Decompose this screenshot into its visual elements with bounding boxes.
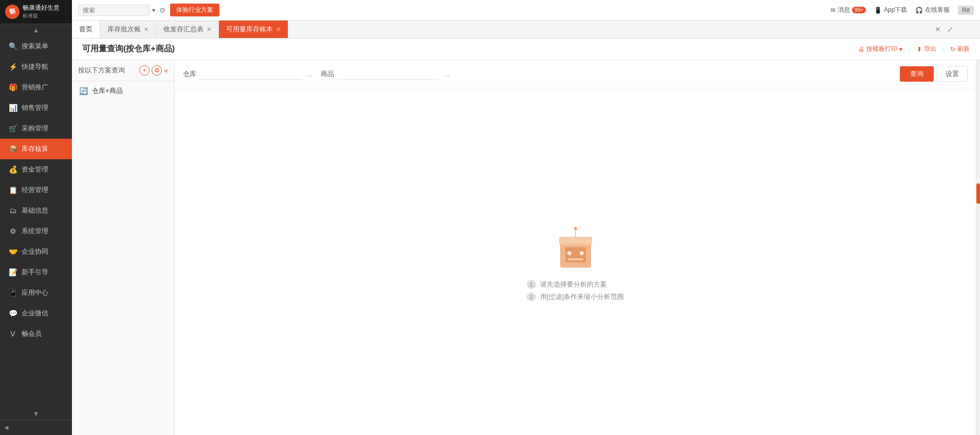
sidebar-icon-quick-nav: ⚡ [8,63,17,71]
sidebar-item-app-center[interactable]: 📱应用中心 [0,282,72,303]
message-icon: ✉ [830,7,836,14]
sidebar-item-finance[interactable]: 💰资金管理 [0,159,72,180]
sidebar-item-marketing[interactable]: 🎁营销推广 [0,77,72,98]
print-template-label: 按模板打印 [866,45,897,53]
tab-available-label: 可用量库存账本 [226,25,273,34]
topbar-search-area: ▾ [78,5,155,16]
export-label: 导出 [924,45,936,53]
app-download-btn[interactable]: 📱 App下载 [874,6,907,14]
tabs-bar: 首页 库存批次账 ✕ 收发存汇总表 ✕ 可用量库存账本 ✕ ✕ ⤢ [72,21,980,39]
sidebar-label-sales: 销售管理 [22,103,48,112]
tab-home-label: 首页 [79,25,93,34]
scrollbar-thumb[interactable] [976,183,980,204]
message-label: 消息 [838,6,850,14]
tip-num-2: 2 [527,292,536,301]
page-header-actions: 🖨 按模板打印 ▾ | ⬆ 导出 | ↻ 刷新 [858,45,970,53]
sidebar-icon-app-center: 📱 [8,289,17,297]
left-panel: 按以下方案查询 + ⚙ « 🔄 仓库+商品 [72,60,175,435]
sidebar-icon-member: V [8,330,17,338]
sidebar-icon-system: ⚙ [8,227,17,235]
left-panel-title: 按以下方案查询 [78,66,125,75]
sidebar-item-inventory[interactable]: 📦库存核算 [0,139,72,159]
sidebar-label-search: 搜索菜单 [22,42,48,51]
left-panel-action-btns: + ⚙ « [139,65,168,75]
sidebar-brand: 畅康通好生意 标准版 [23,4,60,20]
tab-available-close-icon[interactable]: ✕ [276,26,281,33]
warehouse-label: 仓库 [183,69,196,79]
message-btn[interactable]: ✉ 消息 99+ [830,6,866,14]
sidebar-icon-marketing: 🎁 [8,83,17,91]
tip-text-2: 用[过滤]条件来缩小分析范围 [540,292,624,301]
product-filter: 商品 … [321,69,450,80]
product-label: 商品 [321,69,334,79]
svg-point-4 [580,251,584,255]
scheme-settings-btn[interactable]: ⚙ [152,65,162,75]
sidebar-title: 畅康通好生意 [23,4,60,12]
sidebar-icon-finance: 💰 [8,165,17,174]
filter-settings-btn[interactable]: 设置 [937,66,968,82]
sidebar-item-enterprise[interactable]: 🤝企业协同 [0,241,72,262]
product-more-btn[interactable]: … [443,70,450,78]
sidebar-label-app-center: 应用中心 [22,288,48,297]
sidebar-scroll-down[interactable]: ▼ [0,408,72,420]
collapse-panel-btn[interactable]: « [164,65,168,75]
online-support-btn[interactable]: 🎧 在线客服 [915,6,950,14]
sidebar-item-sales[interactable]: 📊销售管理 [0,98,72,118]
sidebar-label-member: 畅会员 [22,329,42,338]
sidebar-label-operations: 经营管理 [22,185,48,195]
sidebar-item-basic-info[interactable]: 🗂基础信息 [0,200,72,221]
tab-receipts-summary[interactable]: 收发存汇总表 ✕ [156,21,219,38]
close-tab-btn[interactable]: ✕ [933,23,943,35]
app-download-label: App下载 [884,6,907,14]
export-btn[interactable]: ⬆ 导出 [917,45,936,53]
sidebar-item-search[interactable]: 🔍搜索菜单 [0,36,72,56]
empty-illustration [550,222,601,274]
refresh-btn[interactable]: ↻ 刷新 [950,45,970,53]
expand-tab-btn[interactable]: ⤢ [945,23,955,35]
sidebar-label-enterprise: 企业协同 [22,247,48,256]
sidebar-item-new-guide[interactable]: 📝新手引导 [0,262,72,282]
sidebar-icon-new-guide: 📝 [8,268,17,276]
sidebar-item-system[interactable]: ⚙系统管理 [0,221,72,241]
user-name: Rit [962,7,970,14]
sidebar-label-purchase: 采购管理 [22,124,48,133]
print-template-btn[interactable]: 🖨 按模板打印 ▾ [858,45,902,53]
sidebar-item-operations[interactable]: 📋经营管理 [0,180,72,200]
print-chevron-icon: ▾ [899,46,902,53]
tab-available-inventory[interactable]: 可用量库存账本 ✕ [219,21,288,38]
user-avatar[interactable]: Rit [958,6,974,15]
trial-btn[interactable]: 体验行业方案 [170,4,219,16]
warehouse-filter: 仓库 … [183,69,312,80]
add-scheme-btn[interactable]: + [139,65,150,75]
tab-batch-close-icon[interactable]: ✕ [144,26,149,33]
online-support-label: 在线客服 [925,6,950,14]
sidebar-item-purchase[interactable]: 🛒采购管理 [0,118,72,139]
divider1: | [909,45,910,53]
page-title: 可用量查询(按仓库+商品) [82,44,175,54]
sidebar-label-finance: 资金管理 [22,165,48,174]
tab-home[interactable]: 首页 [72,21,100,38]
tip-num-1: 1 [527,280,536,289]
query-btn[interactable]: 查询 [900,66,934,82]
product-input[interactable] [337,69,440,80]
search-input[interactable] [78,5,150,16]
warehouse-more-btn[interactable]: … [305,70,312,78]
scheme-icon: 🔄 [79,87,88,95]
svg-point-7 [574,227,577,230]
tab-batch-account[interactable]: 库存批次账 ✕ [100,21,156,38]
empty-tip-1: 1 请先选择要分析的方案 [527,280,624,289]
tip-text-1: 请先选择要分析的方案 [540,280,607,289]
search-dropdown-btn[interactable]: ▾ [152,7,155,14]
sidebar-label-quick-nav: 快捷导航 [22,62,48,71]
sidebar-header: 畅 畅康通好生意 标准版 [0,0,72,24]
gear-icon[interactable]: ⚙ [159,6,166,14]
warehouse-input[interactable] [199,69,302,80]
tab-receipts-close-icon[interactable]: ✕ [207,26,211,33]
sidebar-scroll-up[interactable]: ▲ [0,24,72,36]
sidebar-item-quick-nav[interactable]: ⚡快捷导航 [0,56,72,77]
scheme-item-warehouse-product[interactable]: 🔄 仓库+商品 [72,81,174,101]
sidebar-item-member[interactable]: V畅会员 [0,324,72,344]
sidebar-footer-text: ◀ [4,424,8,431]
sidebar-icon-basic-info: 🗂 [8,206,17,215]
sidebar-item-wechat[interactable]: 💬企业微信 [0,303,72,324]
